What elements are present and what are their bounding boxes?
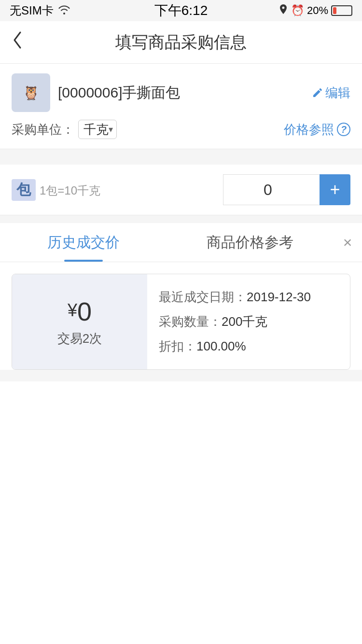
battery-text: 20% xyxy=(307,4,328,17)
status-bar: 无SIM卡 下午6:12 ⏰ 20% xyxy=(0,0,362,21)
carrier-text: 无SIM卡 xyxy=(10,3,54,18)
location-icon xyxy=(278,3,288,18)
price-qty-row: 采购数量：200千克 xyxy=(159,313,338,330)
tabs-section: 历史成交价 商品价格参考 × ¥0 交易2次 最近成交日期：2019-12-30… xyxy=(0,223,362,370)
edit-button[interactable]: 编辑 xyxy=(312,84,350,101)
qty-conversion: 1包=10千克 xyxy=(40,183,100,198)
price-date-row: 最近成交日期：2019-12-30 xyxy=(159,289,338,306)
tab-history-price-label: 历史成交价 xyxy=(47,233,120,252)
battery-icon xyxy=(331,5,352,16)
tab-close-button[interactable]: × xyxy=(333,223,362,262)
status-right: ⏰ 20% xyxy=(278,3,352,18)
price-card-right: 最近成交日期：2019-12-30 采购数量：200千克 折扣：100.00% xyxy=(147,274,350,369)
product-info: 🦉 [0000006]手撕面包 xyxy=(12,73,180,112)
price-qty-value: 200千克 xyxy=(222,314,267,329)
product-name: [0000006]手撕面包 xyxy=(58,83,180,103)
section-divider xyxy=(0,149,362,157)
qty-input[interactable] xyxy=(223,174,320,205)
product-thumbnail: 🦉 xyxy=(12,73,50,112)
price-discount-value: 100.00% xyxy=(196,339,246,353)
product-row2: 采购单位： 千克 包 价格参照 ? xyxy=(12,120,350,139)
tab-underline xyxy=(64,260,103,262)
unit-select[interactable]: 千克 包 xyxy=(78,120,117,139)
qty-plus-button[interactable]: + xyxy=(320,174,350,205)
tabs-header: 历史成交价 商品价格参考 × xyxy=(0,223,362,262)
price-display: ¥0 xyxy=(68,296,92,326)
price-discount-label: 折扣： xyxy=(159,339,196,353)
close-icon: × xyxy=(343,234,352,252)
price-trades: 交易2次 xyxy=(57,330,102,347)
unit-select-wrapper[interactable]: 千克 包 xyxy=(78,120,117,139)
page-title: 填写商品采购信息 xyxy=(115,31,247,54)
price-discount-row: 折扣：100.00% xyxy=(159,338,338,355)
bottom-area xyxy=(0,381,362,644)
price-card: ¥0 交易2次 最近成交日期：2019-12-30 采购数量：200千克 折扣：… xyxy=(12,274,350,370)
price-value: 0 xyxy=(77,297,92,326)
wifi-icon xyxy=(57,4,71,17)
status-time: 下午6:12 xyxy=(154,1,208,20)
status-carrier: 无SIM卡 xyxy=(10,3,71,18)
price-ref-label: 价格参照 xyxy=(284,121,334,138)
tab-product-price-label: 商品价格参考 xyxy=(207,233,293,252)
price-date-value: 2019-12-30 xyxy=(247,290,311,304)
product-section: 🦉 [0000006]手撕面包 编辑 采购单位： 千克 包 价格参照 ? xyxy=(0,64,362,149)
product-header: 🦉 [0000006]手撕面包 编辑 xyxy=(12,73,350,112)
price-card-left: ¥0 交易2次 xyxy=(12,274,147,369)
nav-bar: 填写商品采购信息 xyxy=(0,21,362,64)
quantity-section: 包 1包=10千克 + xyxy=(0,165,362,215)
qty-label: 包 1包=10千克 xyxy=(12,179,100,201)
tab-history-price[interactable]: 历史成交价 xyxy=(0,223,167,262)
purchase-unit: 采购单位： 千克 包 xyxy=(12,120,117,139)
qty-input-area: + xyxy=(223,174,350,205)
tab-product-price[interactable]: 商品价格参考 xyxy=(167,223,333,262)
edit-label: 编辑 xyxy=(325,84,350,101)
alarm-icon: ⏰ xyxy=(291,4,304,17)
price-qty-label: 采购数量： xyxy=(159,314,222,329)
back-button[interactable] xyxy=(12,30,23,54)
price-reference-button[interactable]: 价格参照 ? xyxy=(284,121,350,138)
info-icon: ? xyxy=(337,123,350,136)
price-currency-symbol: ¥ xyxy=(68,300,77,320)
product-thumb-icon: 🦉 xyxy=(23,85,40,101)
unit-label: 采购单位： xyxy=(12,121,74,138)
price-date-label: 最近成交日期： xyxy=(159,290,247,304)
qty-unit: 包 xyxy=(12,179,36,201)
